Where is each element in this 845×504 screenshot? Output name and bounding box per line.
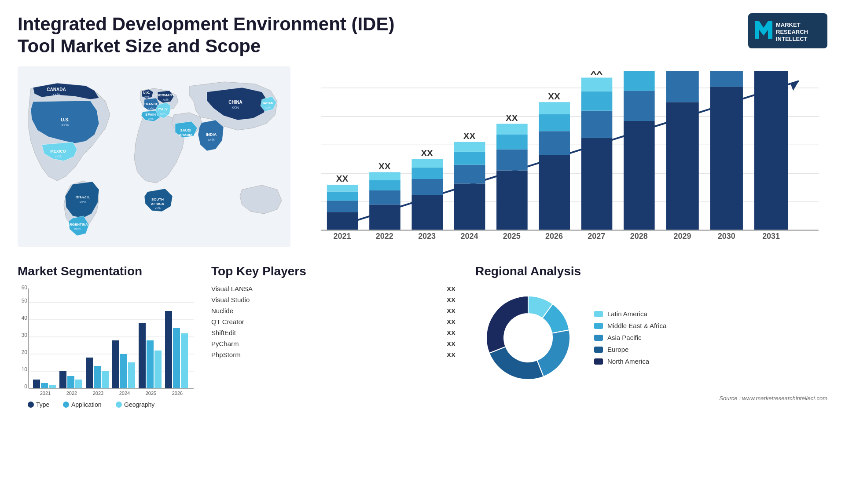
regional-legend-label: Latin America bbox=[607, 310, 647, 318]
svg-rect-78 bbox=[539, 102, 570, 114]
player-name: Nuclide bbox=[211, 307, 260, 314]
player-xx-label: XX bbox=[447, 307, 456, 314]
svg-text:SOUTH: SOUTH bbox=[151, 197, 164, 201]
svg-rect-83 bbox=[581, 91, 613, 110]
svg-text:U.K.: U.K. bbox=[143, 91, 150, 95]
svg-text:2023: 2023 bbox=[93, 391, 103, 396]
donut-container: Latin AmericaMiddle East & AfricaAsia Pa… bbox=[475, 285, 827, 391]
svg-text:xx%: xx% bbox=[55, 154, 61, 158]
svg-rect-93 bbox=[666, 71, 698, 102]
svg-text:2026: 2026 bbox=[172, 391, 183, 396]
svg-rect-121 bbox=[49, 385, 56, 388]
svg-text:ARABIA: ARABIA bbox=[179, 133, 192, 137]
svg-text:JAPAN: JAPAN bbox=[262, 101, 274, 105]
svg-text:2027: 2027 bbox=[588, 232, 605, 241]
svg-text:XX: XX bbox=[378, 161, 391, 171]
svg-text:2022: 2022 bbox=[376, 232, 393, 241]
svg-text:SPAIN: SPAIN bbox=[145, 113, 156, 117]
chart-section: XX 2021 XX 2022 bbox=[308, 66, 827, 251]
svg-rect-71 bbox=[496, 135, 528, 150]
svg-rect-135 bbox=[139, 323, 146, 388]
svg-rect-132 bbox=[120, 354, 127, 388]
svg-text:xx%: xx% bbox=[148, 107, 154, 110]
svg-text:2022: 2022 bbox=[66, 391, 77, 396]
svg-text:xx%: xx% bbox=[162, 98, 168, 101]
svg-text:XX: XX bbox=[506, 113, 518, 123]
svg-rect-69 bbox=[496, 170, 528, 230]
donut-chart-svg bbox=[475, 285, 581, 391]
svg-text:xx%: xx% bbox=[52, 92, 60, 97]
svg-text:ITALY: ITALY bbox=[158, 107, 168, 111]
player-name: Visual Studio bbox=[211, 296, 260, 303]
regional-legend-item: Europe bbox=[594, 346, 666, 353]
svg-text:MARKET: MARKET bbox=[776, 22, 801, 28]
svg-rect-81 bbox=[581, 138, 613, 230]
segmentation-chart: 0 10 20 30 40 50 60 bbox=[18, 285, 202, 413]
svg-text:SAUDI: SAUDI bbox=[180, 128, 191, 132]
player-name: PhpStorm bbox=[211, 351, 260, 358]
svg-rect-139 bbox=[165, 311, 172, 388]
regional-legend-label: North America bbox=[607, 358, 649, 365]
svg-text:2025: 2025 bbox=[503, 232, 521, 241]
svg-rect-127 bbox=[86, 358, 93, 388]
svg-text:2028: 2028 bbox=[630, 232, 648, 241]
svg-text:MEXICO: MEXICO bbox=[50, 149, 66, 153]
page-container: Integrated Development Environment (IDE)… bbox=[0, 0, 845, 504]
svg-rect-92 bbox=[666, 102, 698, 230]
regional-legend: Latin AmericaMiddle East & AfricaAsia Pa… bbox=[594, 310, 666, 365]
svg-text:xx%: xx% bbox=[74, 227, 81, 231]
regional-legend-color bbox=[594, 358, 603, 365]
svg-rect-140 bbox=[173, 328, 180, 388]
svg-rect-137 bbox=[154, 351, 162, 388]
svg-text:50: 50 bbox=[22, 298, 28, 304]
svg-rect-76 bbox=[539, 131, 570, 155]
svg-rect-47 bbox=[327, 191, 358, 201]
svg-text:CANADA: CANADA bbox=[47, 87, 66, 92]
svg-text:Geography: Geography bbox=[124, 401, 154, 408]
svg-rect-54 bbox=[369, 172, 400, 180]
svg-rect-59 bbox=[411, 168, 443, 179]
svg-marker-0 bbox=[755, 21, 772, 39]
svg-text:60: 60 bbox=[22, 285, 28, 291]
svg-text:xx%: xx% bbox=[231, 105, 239, 110]
svg-text:Application: Application bbox=[71, 401, 102, 408]
player-xx-label: XX bbox=[447, 351, 456, 358]
header: Integrated Development Environment (IDE)… bbox=[18, 13, 827, 58]
svg-text:xx%: xx% bbox=[147, 117, 153, 121]
svg-text:xx%: xx% bbox=[79, 200, 86, 204]
svg-rect-75 bbox=[539, 155, 570, 230]
svg-rect-57 bbox=[411, 195, 443, 230]
svg-text:xx%: xx% bbox=[265, 106, 270, 109]
svg-rect-131 bbox=[112, 340, 119, 388]
svg-text:xx%: xx% bbox=[143, 95, 149, 99]
segmentation-title: Market Segmentation bbox=[18, 264, 202, 278]
regional-legend-color bbox=[594, 311, 603, 317]
regional-legend-color bbox=[594, 323, 603, 329]
svg-rect-129 bbox=[102, 371, 109, 388]
svg-text:20: 20 bbox=[22, 349, 28, 355]
svg-rect-97 bbox=[710, 71, 742, 87]
svg-rect-58 bbox=[411, 179, 443, 195]
svg-text:2029: 2029 bbox=[674, 232, 691, 241]
source-text: Source : www.marketresearchintellect.com bbox=[475, 395, 827, 402]
svg-text:XX: XX bbox=[421, 148, 433, 158]
svg-rect-60 bbox=[411, 159, 443, 167]
player-row: PyCharmXX bbox=[211, 340, 467, 347]
svg-rect-136 bbox=[147, 340, 154, 388]
top-section: CANADA xx% U.S. xx% MEXICO xx% BRAZIL xx… bbox=[18, 66, 827, 251]
svg-rect-82 bbox=[581, 110, 613, 138]
svg-text:xx%: xx% bbox=[183, 138, 188, 141]
svg-text:xx%: xx% bbox=[61, 123, 69, 127]
regional-legend-item: Latin America bbox=[594, 310, 666, 318]
svg-rect-52 bbox=[369, 190, 400, 205]
svg-rect-63 bbox=[454, 183, 485, 230]
svg-rect-45 bbox=[327, 212, 358, 230]
player-row: PhpStormXX bbox=[211, 351, 467, 358]
svg-rect-87 bbox=[624, 121, 655, 230]
svg-text:AFRICA: AFRICA bbox=[151, 202, 164, 206]
player-xx-label: XX bbox=[447, 318, 456, 325]
svg-rect-53 bbox=[369, 180, 400, 190]
svg-text:2026: 2026 bbox=[545, 232, 563, 241]
bar-chart-svg: XX 2021 XX 2022 bbox=[321, 71, 819, 281]
svg-text:2030: 2030 bbox=[718, 232, 735, 241]
